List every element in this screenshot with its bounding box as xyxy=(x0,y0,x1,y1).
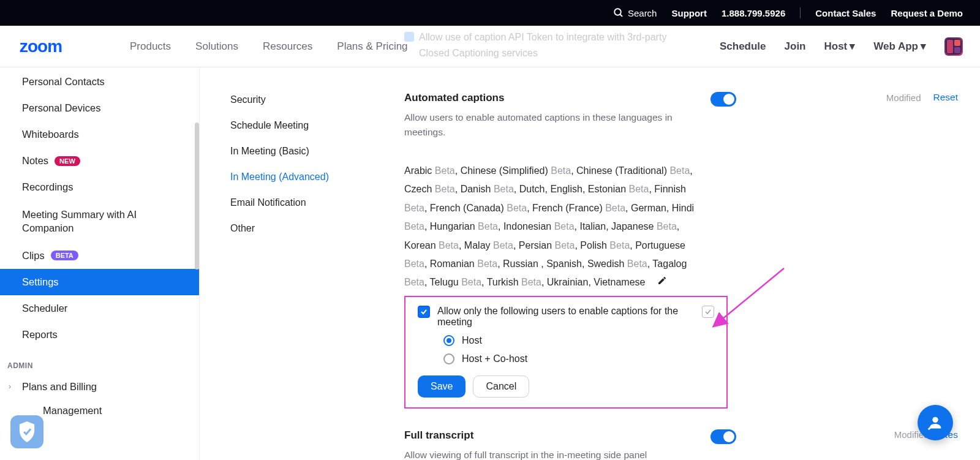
privacy-shield-badge[interactable] xyxy=(10,415,43,448)
cancel-button[interactable]: Cancel xyxy=(473,375,529,398)
svg-line-1 xyxy=(620,14,622,17)
settings-section-in-meeting-advanced[interactable]: In Meeting (Advanced) xyxy=(230,164,372,190)
setting-title: Automated captions xyxy=(404,92,698,104)
search-label: Search xyxy=(628,8,657,18)
svg-point-0 xyxy=(614,9,621,15)
sidebar-item-personal-contacts[interactable]: Personal Contacts xyxy=(0,69,199,95)
sidebar-item-notes[interactable]: Notes NEW xyxy=(0,148,199,174)
sidebar-item-whiteboards[interactable]: Whiteboards xyxy=(0,121,199,148)
admin-heading: ADMIN xyxy=(0,348,199,375)
radio-host-cohost-label: Host + Co-host xyxy=(462,353,527,364)
utility-topbar: Search Support 1.888.799.5926 Contact Sa… xyxy=(0,0,980,26)
chevron-down-icon: ▾ xyxy=(921,40,926,53)
setting-full-transcript: Full transcript Allow viewing of full tr… xyxy=(404,429,958,460)
svg-rect-4 xyxy=(947,40,953,53)
sidebar-item-plans-billing[interactable]: › Plans and Billing xyxy=(0,375,199,399)
setting-description: Allow users to enable automated captions… xyxy=(404,110,698,140)
nav-host[interactable]: Host▾ xyxy=(824,40,856,53)
caption-languages-list: Arabic Beta, Chinese (Simplified) Beta, … xyxy=(404,162,710,292)
save-button[interactable]: Save xyxy=(418,375,466,398)
chevron-right-icon: › xyxy=(9,382,17,391)
zoom-logo[interactable]: zoom xyxy=(17,38,97,55)
modified-label: Modified xyxy=(886,92,921,103)
svg-point-8 xyxy=(932,417,938,423)
settings-section-email-notification[interactable]: Email Notification xyxy=(230,190,372,216)
allow-only-label: Allow only the following users to enable… xyxy=(437,306,695,328)
chat-person-icon xyxy=(926,413,944,432)
sidebar-item-reports[interactable]: Reports xyxy=(0,322,199,348)
sidebar-item-meeting-summary[interactable]: Meeting Summary with AI Companion xyxy=(0,200,159,243)
support-link[interactable]: Support xyxy=(671,8,707,18)
phone-link[interactable]: 1.888.799.5926 xyxy=(722,8,785,18)
radio-host[interactable] xyxy=(443,335,454,346)
sidebar-item-personal-devices[interactable]: Personal Devices xyxy=(0,95,199,121)
nav-resources[interactable]: Resources xyxy=(263,40,312,53)
sidebar-item-clips[interactable]: Clips BETA xyxy=(0,243,199,269)
help-chat-button[interactable] xyxy=(918,405,953,440)
nav-solutions[interactable]: Solutions xyxy=(195,40,238,53)
main-nav: zoom Products Solutions Resources Plans … xyxy=(0,26,980,67)
sidebar-item-settings[interactable]: Settings xyxy=(0,269,199,295)
sidebar-item-label: Plans and Billing xyxy=(22,381,97,393)
sidebar-item-scheduler[interactable]: Scheduler xyxy=(0,295,199,322)
settings-section-other[interactable]: Other xyxy=(230,216,372,241)
settings-sections-nav: Security Schedule Meeting In Meeting (Ba… xyxy=(200,67,372,460)
nav-web-app[interactable]: Web App▾ xyxy=(873,40,926,53)
settings-panel: Automated captions Allow users to enable… xyxy=(372,67,980,460)
beta-badge: BETA xyxy=(51,251,78,260)
app-grid-icon[interactable] xyxy=(944,37,963,56)
edit-languages-icon[interactable] xyxy=(657,273,667,292)
shield-icon xyxy=(18,421,36,442)
nav-products[interactable]: Products xyxy=(130,40,171,53)
topbar-divider xyxy=(800,7,801,18)
allow-only-users-box: Allow only the following users to enable… xyxy=(404,296,728,409)
nav-join[interactable]: Join xyxy=(785,40,806,53)
full-transcript-toggle[interactable] xyxy=(710,429,736,444)
setting-description: Allow viewing of full transcript in the … xyxy=(404,448,698,460)
svg-rect-5 xyxy=(954,40,960,46)
left-sidebar: Personal Contacts Personal Devices White… xyxy=(0,67,200,460)
request-demo-link[interactable]: Request a Demo xyxy=(891,8,963,18)
scrollbar-thumb[interactable] xyxy=(195,123,199,270)
setting-automated-captions: Automated captions Allow users to enable… xyxy=(404,92,958,140)
setting-title: Full transcript xyxy=(404,429,698,442)
sidebar-item-label: Management xyxy=(43,405,102,417)
nav-schedule[interactable]: Schedule xyxy=(720,40,766,53)
settings-section-schedule-meeting[interactable]: Schedule Meeting xyxy=(230,113,372,138)
radio-host-label: Host xyxy=(462,335,482,346)
svg-rect-3 xyxy=(946,39,962,55)
chevron-down-icon: ▾ xyxy=(850,40,855,53)
nav-plans-pricing[interactable]: Plans & Pricing xyxy=(337,40,407,53)
settings-section-in-meeting-basic[interactable]: In Meeting (Basic) xyxy=(230,138,372,164)
new-badge: NEW xyxy=(55,156,80,166)
reset-mini-button[interactable] xyxy=(702,306,714,318)
sidebar-item-label: Clips xyxy=(22,250,45,262)
search-icon xyxy=(613,7,624,18)
automated-captions-toggle[interactable] xyxy=(710,92,736,107)
contact-sales-link[interactable]: Contact Sales xyxy=(815,8,876,18)
settings-section-security[interactable]: Security xyxy=(230,87,372,113)
sidebar-item-recordings[interactable]: Recordings xyxy=(0,174,199,200)
search-link[interactable]: Search xyxy=(613,7,657,18)
sidebar-item-label: Notes xyxy=(22,155,48,167)
svg-rect-6 xyxy=(954,47,960,53)
svg-text:zoom: zoom xyxy=(20,38,62,55)
radio-host-cohost[interactable] xyxy=(443,353,454,364)
allow-only-checkbox[interactable] xyxy=(418,306,430,318)
reset-link[interactable]: Reset xyxy=(933,92,959,103)
